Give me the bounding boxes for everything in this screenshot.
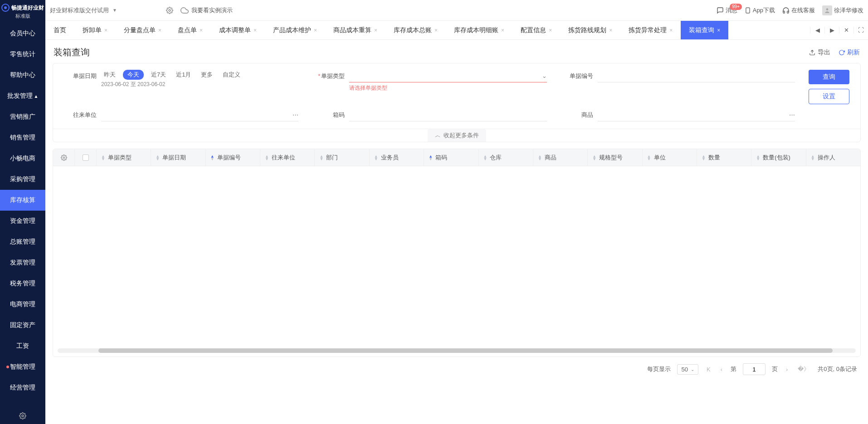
tab[interactable]: 商品成本重算× bbox=[325, 21, 385, 39]
sidebar-item[interactable]: 工资 bbox=[0, 336, 45, 357]
close-icon[interactable]: × bbox=[609, 27, 612, 34]
column-header[interactable]: ▲▼商品 bbox=[533, 149, 588, 166]
tab[interactable]: 产品成本维护× bbox=[265, 21, 325, 39]
sidebar-item[interactable]: 经营管理 bbox=[0, 377, 45, 398]
sidebar-item[interactable]: 税务管理 bbox=[0, 273, 45, 294]
tab[interactable]: 拣货异常处理× bbox=[620, 21, 681, 39]
close-icon[interactable]: × bbox=[200, 27, 203, 34]
column-header[interactable]: ▲▼单据编号 bbox=[206, 149, 260, 166]
sort-icon[interactable]: ▲▼ bbox=[374, 155, 378, 160]
date-quick-option[interactable]: 昨天 bbox=[101, 70, 118, 80]
page-first-button[interactable]: K bbox=[705, 366, 712, 373]
per-page-select[interactable]: 50 ⌄ bbox=[677, 364, 698, 375]
close-icon[interactable]: × bbox=[501, 27, 504, 34]
select-all-checkbox[interactable] bbox=[75, 149, 97, 166]
sort-icon[interactable]: ▲▼ bbox=[483, 155, 488, 160]
sort-icon[interactable]: ▲▼ bbox=[265, 155, 269, 160]
column-header[interactable]: ▲▼箱码 bbox=[424, 149, 478, 166]
sidebar-settings-icon[interactable] bbox=[19, 412, 26, 419]
column-header[interactable]: ▲▼规格型号 bbox=[588, 149, 642, 166]
product-selector[interactable]: 好业财标准版交付试用 ▼ bbox=[50, 6, 159, 14]
tab[interactable]: 成本调整单× bbox=[211, 21, 265, 39]
close-icon[interactable]: × bbox=[434, 27, 438, 34]
tab[interactable]: 库存成本总账× bbox=[385, 21, 446, 39]
page-input[interactable] bbox=[743, 363, 766, 375]
sidebar-item[interactable]: 智能管理 bbox=[0, 357, 45, 377]
sort-icon[interactable]: ▲▼ bbox=[702, 155, 706, 160]
tab[interactable]: 拆卸单× bbox=[74, 21, 116, 39]
column-header[interactable]: ▲▼操作人 bbox=[806, 149, 860, 166]
settings-button[interactable]: 设置 bbox=[809, 89, 849, 104]
horizontal-scrollbar[interactable] bbox=[58, 348, 856, 353]
filter-partner-input[interactable] bbox=[101, 109, 298, 121]
more-icon[interactable]: ⋯ bbox=[789, 111, 795, 118]
sidebar-item[interactable]: 批发管理▲ bbox=[0, 86, 45, 106]
sidebar-item[interactable]: 会员中心 bbox=[0, 23, 45, 44]
date-quick-option[interactable]: 更多 bbox=[198, 70, 215, 80]
sort-icon[interactable]: ▲▼ bbox=[538, 155, 542, 160]
tab[interactable]: 首页 bbox=[45, 21, 74, 39]
page-prev-button[interactable]: ‹ bbox=[719, 366, 724, 373]
app-download-button[interactable]: App下载 bbox=[745, 6, 775, 14]
table-settings-button[interactable] bbox=[53, 149, 75, 166]
date-quick-option[interactable]: 自定义 bbox=[220, 70, 243, 80]
sidebar-item[interactable]: 发票管理 bbox=[0, 252, 45, 273]
sort-icon[interactable]: ▲▼ bbox=[592, 155, 596, 160]
filter-type-input[interactable] bbox=[349, 70, 546, 82]
close-icon[interactable]: × bbox=[104, 27, 107, 34]
filter-goods-input[interactable] bbox=[598, 109, 795, 121]
filter-box-input[interactable] bbox=[349, 109, 546, 121]
user-menu[interactable]: 徐泽华修改 bbox=[822, 5, 863, 15]
page-next-button[interactable]: › bbox=[784, 366, 790, 373]
tab[interactable]: 分量盘点单× bbox=[116, 21, 170, 39]
date-quick-option[interactable]: 近1月 bbox=[173, 70, 194, 80]
close-icon[interactable]: × bbox=[549, 27, 552, 34]
close-icon[interactable]: × bbox=[717, 27, 720, 34]
export-button[interactable]: 导出 bbox=[809, 48, 830, 57]
tabs-prev-button[interactable]: ◀ bbox=[810, 27, 824, 34]
column-header[interactable]: ▲▼数量 bbox=[697, 149, 751, 166]
topbar-settings-icon[interactable] bbox=[166, 7, 173, 14]
close-icon[interactable]: × bbox=[314, 27, 317, 34]
sort-icon[interactable]: ▲▼ bbox=[811, 155, 815, 160]
close-icon[interactable]: × bbox=[669, 27, 673, 34]
column-header[interactable]: ▲▼往来单位 bbox=[260, 149, 315, 166]
refresh-button[interactable]: 刷新 bbox=[839, 48, 860, 57]
tab[interactable]: 拣货路线规划× bbox=[560, 21, 620, 39]
column-header[interactable]: ▲▼单据类型 bbox=[97, 149, 151, 166]
sort-icon[interactable]: ▲▼ bbox=[429, 155, 433, 160]
sidebar-item[interactable]: 销售管理 bbox=[0, 127, 45, 148]
more-icon[interactable]: ⋯ bbox=[293, 111, 298, 118]
date-quick-option[interactable]: 近7天 bbox=[148, 70, 169, 80]
sidebar-item[interactable]: 帮助中心 bbox=[0, 65, 45, 86]
date-quick-option[interactable]: 今天 bbox=[123, 70, 144, 80]
column-header[interactable]: ▲▼业务员 bbox=[370, 149, 424, 166]
sidebar-item[interactable]: 零售统计 bbox=[0, 44, 45, 65]
tab[interactable]: 盘点单× bbox=[170, 21, 211, 39]
tabs-next-button[interactable]: ▶ bbox=[824, 27, 839, 34]
sidebar-item[interactable]: 总账管理 bbox=[0, 231, 45, 252]
tabs-fullscreen-button[interactable]: ⛶ bbox=[853, 27, 868, 34]
sort-icon[interactable]: ▲▼ bbox=[156, 155, 160, 160]
sidebar-item[interactable]: 采购管理 bbox=[0, 169, 45, 190]
close-icon[interactable]: × bbox=[254, 27, 257, 34]
sort-icon[interactable]: ▲▼ bbox=[647, 155, 651, 160]
column-header[interactable]: ▲▼仓库 bbox=[479, 149, 533, 166]
tab[interactable]: 装箱查询× bbox=[681, 21, 728, 39]
tab[interactable]: 配置信息× bbox=[512, 21, 560, 39]
collapse-filters-button[interactable]: ︿ 收起更多条件 bbox=[428, 129, 486, 142]
query-button[interactable]: 查询 bbox=[809, 70, 849, 84]
tabs-close-button[interactable]: ✕ bbox=[839, 27, 853, 34]
tab[interactable]: 库存成本明细账× bbox=[446, 21, 512, 39]
column-header[interactable]: ▲▼单位 bbox=[643, 149, 697, 166]
sort-icon[interactable]: ▲▼ bbox=[756, 155, 760, 160]
column-header[interactable]: ▲▼单据日期 bbox=[151, 149, 205, 166]
sort-icon[interactable]: ▲▼ bbox=[210, 155, 215, 160]
page-last-button[interactable]: �》 bbox=[796, 365, 811, 373]
messages-button[interactable]: 消息 99+ bbox=[717, 6, 737, 14]
sort-icon[interactable]: ▲▼ bbox=[319, 155, 323, 160]
chevron-down-icon[interactable]: ⌄ bbox=[542, 72, 547, 79]
sidebar-item[interactable]: 库存核算 bbox=[0, 190, 45, 211]
sidebar-item[interactable]: 资金管理 bbox=[0, 211, 45, 231]
demo-link[interactable]: 我要看实例演示 bbox=[180, 6, 233, 14]
